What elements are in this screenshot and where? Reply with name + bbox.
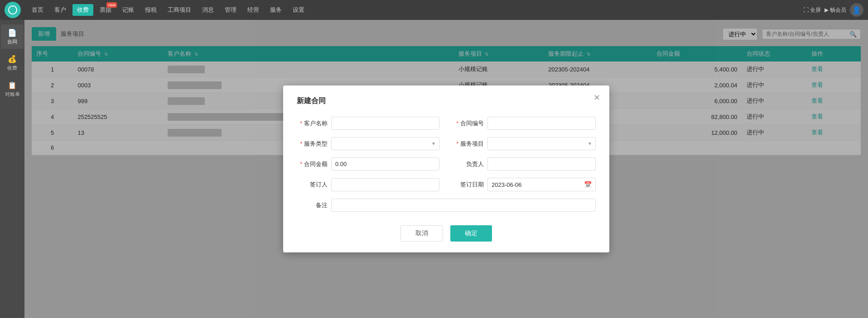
play-icon: ▶ xyxy=(825,7,829,13)
nav-customer[interactable]: 客户 xyxy=(50,4,71,16)
nav-message[interactable]: 消息 xyxy=(198,4,218,16)
contract-no-row: 合同编号 xyxy=(453,117,596,130)
confirm-button[interactable]: 确定 xyxy=(450,225,492,242)
signer-input[interactable] xyxy=(331,178,439,191)
user-avatar[interactable]: 👤 xyxy=(850,3,863,17)
person-icon: 👤 xyxy=(852,6,861,14)
signer-label: 签订人 xyxy=(297,180,328,189)
contract-no-label: 合同编号 xyxy=(453,119,484,128)
fee-icon: 💰 xyxy=(8,54,17,63)
service-type-select[interactable] xyxy=(331,137,439,150)
new-badge: new xyxy=(106,2,117,8)
form-grid: 客户名称 合同编号 服务类型 ▼ 服务项目 xyxy=(297,117,596,212)
nav-account[interactable]: 记账 xyxy=(118,4,139,16)
notes-row: 备注 xyxy=(297,199,596,212)
cancel-button[interactable]: 取消 xyxy=(400,225,443,242)
service-type-select-wrap: ▼ xyxy=(331,137,439,150)
sign-date-value: 2023-06-06 xyxy=(492,181,522,188)
sign-date-row: 签订日期 2023-06-06 📅 xyxy=(453,178,596,191)
sign-date-label: 签订日期 xyxy=(453,180,484,189)
service-type-label: 服务类型 xyxy=(297,140,328,148)
contract-icon: 📄 xyxy=(8,28,17,37)
notes-label: 备注 xyxy=(297,201,328,209)
sidebar-item-contract[interactable]: 📄 合同 xyxy=(1,24,24,49)
responsible-person-row: 负责人 xyxy=(453,157,596,171)
notes-input[interactable] xyxy=(331,199,596,212)
sidebar-item-fee[interactable]: 💰 收费 xyxy=(1,51,24,75)
nav-operation[interactable]: 经营 xyxy=(243,4,264,16)
responsible-person-label: 负责人 xyxy=(453,160,484,168)
sign-date-field[interactable]: 2023-06-06 📅 xyxy=(487,178,596,191)
service-item-select-wrap: ▼ xyxy=(487,137,596,150)
member-button[interactable]: ▶ 畅会员 xyxy=(825,6,846,14)
sidebar: 📄 合同 💰 收费 📋 对账单 xyxy=(0,20,24,318)
contract-amount-input[interactable] xyxy=(331,157,439,171)
nav-home[interactable]: 首页 xyxy=(27,4,48,16)
calendar-icon[interactable]: 📅 xyxy=(584,181,592,188)
nav-biz[interactable]: 工商项目 xyxy=(163,4,196,16)
fullscreen-button[interactable]: ⛶ 全屏 xyxy=(803,6,821,14)
contract-no-input[interactable] xyxy=(487,117,596,130)
sidebar-item-reconcile[interactable]: 📋 对账单 xyxy=(1,77,24,101)
customer-name-row: 客户名称 xyxy=(297,117,439,130)
service-item-label: 服务项目 xyxy=(453,140,484,148)
modal-title: 新建合同 xyxy=(297,96,596,106)
responsible-person-input[interactable] xyxy=(487,157,596,171)
service-item-row: 服务项目 ▼ xyxy=(453,137,596,150)
contract-amount-label: 合同金额 xyxy=(297,160,328,168)
app-logo[interactable] xyxy=(5,2,21,18)
nav-service[interactable]: 服务 xyxy=(265,4,286,16)
contract-amount-row: 合同金额 xyxy=(297,157,439,171)
modal-overlay[interactable]: ✕ 新建合同 客户名称 合同编号 服务类型 ▼ xyxy=(24,20,868,318)
modal-footer: 取消 确定 xyxy=(297,225,596,242)
service-item-select[interactable] xyxy=(487,137,596,150)
new-contract-modal: ✕ 新建合同 客户名称 合同编号 服务类型 ▼ xyxy=(283,85,609,252)
top-navigation: 首页 客户 收费 票据 new 记账 报税 工商项目 消息 管理 经营 服务 设… xyxy=(0,0,868,20)
service-type-row: 服务类型 ▼ xyxy=(297,137,439,150)
nav-tax[interactable]: 报税 xyxy=(140,4,161,16)
customer-name-label: 客户名称 xyxy=(297,119,328,128)
fullscreen-icon: ⛶ xyxy=(803,7,809,13)
nav-manage[interactable]: 管理 xyxy=(220,4,241,16)
nav-settings[interactable]: 设置 xyxy=(288,4,309,16)
customer-name-input[interactable] xyxy=(331,117,439,130)
signer-row: 签订人 xyxy=(297,178,439,191)
nav-right-area: ⛶ 全屏 ▶ 畅会员 👤 xyxy=(803,3,863,17)
nav-invoice[interactable]: 收费 xyxy=(72,4,93,16)
nav-ticket[interactable]: 票据 new xyxy=(95,4,116,16)
reconcile-icon: 📋 xyxy=(8,81,17,90)
modal-close-button[interactable]: ✕ xyxy=(593,93,600,103)
